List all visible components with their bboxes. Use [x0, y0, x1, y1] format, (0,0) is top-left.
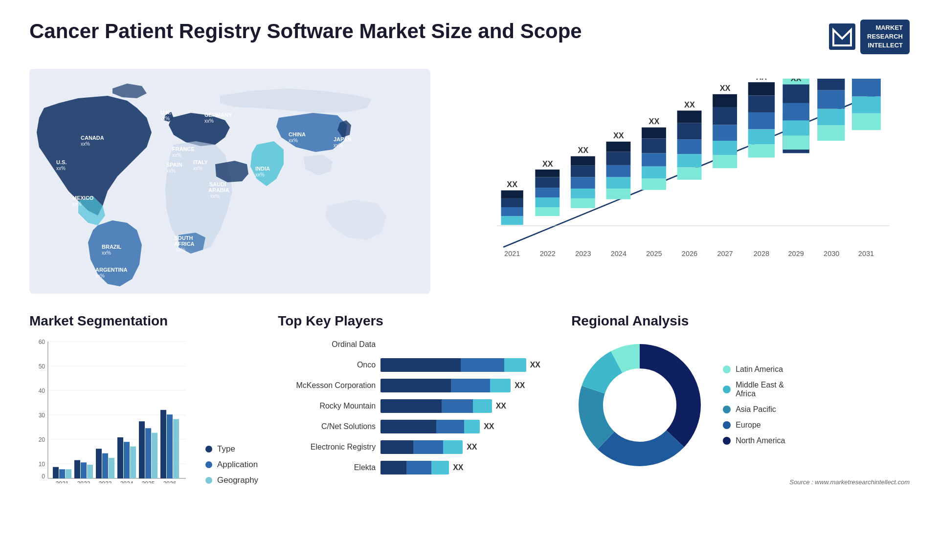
player-row: Rocky Mountain XX [278, 398, 552, 414]
player-bar-wrap: XX [380, 460, 552, 475]
player-name: Onco [278, 361, 376, 369]
svg-rect-71 [677, 154, 702, 167]
regional-section: Regional Analysis [571, 313, 910, 486]
legend-mea-label: Middle East &Africa [736, 381, 784, 398]
svg-text:2025: 2025 [142, 480, 155, 483]
svg-rect-131 [74, 460, 80, 478]
svg-text:XX: XX [720, 84, 731, 92]
svg-rect-80 [713, 107, 737, 125]
svg-rect-65 [642, 153, 666, 166]
svg-rect-74 [677, 110, 702, 123]
svg-rect-95 [782, 135, 809, 150]
svg-rect-37 [501, 207, 523, 216]
legend-latin-america: Latin America [723, 365, 785, 374]
svg-rect-52 [571, 165, 595, 177]
svg-rect-140 [139, 421, 145, 478]
svg-text:XX: XX [791, 79, 802, 83]
svg-text:xx%: xx% [210, 194, 220, 199]
player-value: XX [484, 422, 494, 431]
svg-text:ARGENTINA: ARGENTINA [95, 267, 127, 273]
svg-rect-132 [81, 462, 87, 478]
svg-rect-139 [130, 446, 136, 478]
svg-text:XX: XX [542, 159, 553, 168]
player-bar [380, 379, 511, 392]
svg-rect-44 [535, 188, 559, 197]
svg-text:xx%: xx% [204, 118, 214, 124]
svg-text:xx%: xx% [95, 273, 105, 279]
svg-rect-78 [713, 141, 737, 155]
legend-eu-dot [723, 421, 731, 429]
svg-text:2026: 2026 [682, 249, 697, 257]
svg-text:2023: 2023 [99, 480, 112, 483]
svg-rect-108 [852, 79, 881, 96]
svg-rect-72 [677, 139, 702, 154]
svg-text:MEXICO: MEXICO [72, 195, 94, 201]
player-name: C/Net Solutions [278, 422, 376, 431]
player-row: Electronic Registry XX [278, 439, 552, 455]
player-bar [380, 399, 492, 413]
svg-rect-133 [87, 465, 93, 478]
seg-legend: Type Application Geography [205, 444, 258, 485]
svg-rect-50 [571, 188, 595, 198]
legend-middle-east-africa: Middle East &Africa [723, 381, 785, 398]
svg-rect-87 [748, 95, 775, 112]
svg-rect-36 [501, 216, 523, 225]
svg-rect-84 [748, 144, 775, 157]
player-value: XX [496, 402, 506, 410]
svg-text:SAUDI: SAUDI [209, 181, 226, 187]
svg-text:2021: 2021 [504, 249, 520, 257]
svg-text:XX: XX [684, 100, 695, 109]
svg-rect-141 [145, 428, 151, 478]
svg-text:xx%: xx% [334, 143, 343, 148]
svg-rect-64 [642, 166, 666, 178]
svg-text:2024: 2024 [120, 480, 134, 483]
svg-text:XX: XX [578, 146, 588, 154]
player-bar [380, 358, 526, 372]
svg-text:SOUTH: SOUTH [174, 235, 193, 241]
logo-text: MARKET RESEARCH INTELLECT [860, 20, 910, 54]
player-bar [380, 461, 449, 474]
svg-rect-42 [535, 207, 559, 216]
legend-eu-label: Europe [736, 421, 761, 430]
svg-text:CHINA: CHINA [289, 131, 306, 137]
player-bar-wrap: XX [380, 439, 552, 455]
legend-type-label: Type [217, 444, 235, 454]
svg-rect-79 [713, 125, 737, 141]
svg-rect-53 [571, 156, 595, 165]
legend-asia-pacific: Asia Pacific [723, 405, 785, 414]
player-bar-wrap [380, 337, 552, 352]
donut-chart [571, 337, 708, 474]
svg-marker-0 [833, 30, 851, 45]
legend-north-america: North America [723, 436, 785, 445]
svg-rect-51 [571, 177, 595, 189]
svg-rect-103 [817, 90, 845, 108]
svg-text:CANADA: CANADA [81, 135, 104, 141]
legend-type-dot [205, 446, 212, 452]
svg-text:xx%: xx% [72, 201, 82, 207]
svg-text:xx%: xx% [102, 250, 111, 256]
svg-rect-107 [852, 96, 881, 113]
legend-na-dot [723, 437, 731, 445]
svg-text:U.K.: U.K. [160, 109, 171, 115]
legend-europe: Europe [723, 421, 785, 430]
svg-text:AFRICA: AFRICA [174, 241, 195, 247]
player-name: Ordinal Data [278, 340, 376, 349]
svg-rect-67 [642, 127, 666, 138]
svg-text:INDIA: INDIA [255, 166, 270, 172]
world-map: CANADA xx% U.S. xx% MEXICO xx% BRAZIL xx… [29, 69, 430, 294]
svg-text:2025: 2025 [646, 249, 662, 257]
player-row: McKesson Corporation XX [278, 378, 552, 393]
svg-rect-135 [102, 453, 108, 478]
page-title: Cancer Patient Registry Software Market … [29, 20, 582, 43]
regional-legend: Latin America Middle East &Africa Asia P… [723, 365, 785, 445]
player-row: Ordinal Data [278, 337, 552, 352]
svg-text:ITALY: ITALY [193, 159, 208, 165]
legend-la-label: Latin America [736, 365, 783, 374]
svg-text:XX: XX [507, 180, 517, 189]
svg-text:xx%: xx% [289, 138, 298, 143]
svg-rect-39 [501, 190, 523, 198]
legend-na-label: North America [736, 436, 785, 445]
svg-rect-57 [606, 177, 630, 189]
svg-rect-46 [535, 169, 559, 176]
legend-ap-dot [723, 406, 731, 413]
